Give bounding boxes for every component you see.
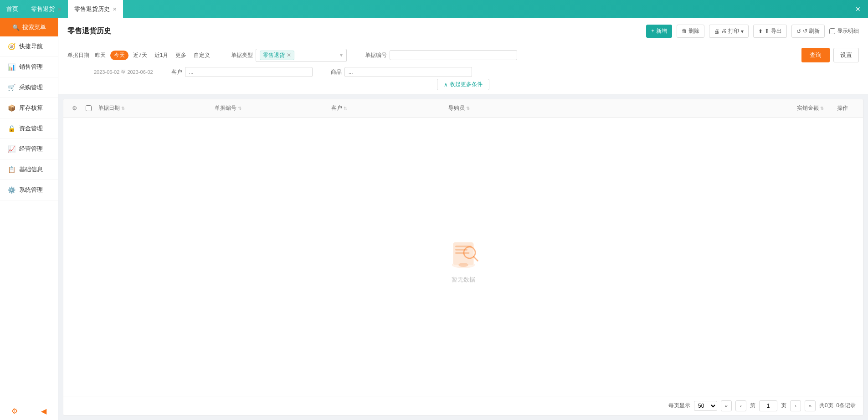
sidebar-item-purchase[interactable]: 🛒 采购管理: [0, 77, 58, 98]
print-icon: 🖨: [714, 28, 719, 35]
page-title: 零售退货历史: [67, 26, 111, 36]
date-range-display: 2023-06-02 至 2023-06-02: [67, 69, 153, 76]
toolbar: + 新增 🗑 删除 🖨 🖨 打印 ▾ ⬆ ⬆ 导出 ↺ ↺ 刷新: [646, 25, 859, 38]
collapse-button[interactable]: ∧ 收起更多条件: [437, 79, 489, 90]
date-range-text: 2023-06-02 至 2023-06-02: [94, 69, 153, 76]
tab-retail-return-history[interactable]: 零售退货历史 ✕: [68, 0, 123, 18]
th-number: 单据编号 ⇅: [212, 104, 329, 112]
refresh-icon: ↺: [796, 28, 801, 35]
empty-text: 暂无数据: [452, 276, 475, 284]
table-settings-icon[interactable]: ⚙: [68, 105, 82, 112]
finance-icon: 🔒: [7, 124, 15, 133]
sort-icon[interactable]: ⇅: [238, 106, 241, 111]
purchase-icon: 🛒: [7, 83, 15, 92]
sidebar-item-inventory[interactable]: 📦 库存核算: [0, 98, 58, 118]
tag-close-icon[interactable]: ✕: [287, 52, 291, 58]
sidebar-item-finance[interactable]: 🔒 资金管理: [0, 118, 58, 139]
print-button[interactable]: 🖨 🖨 打印 ▾: [709, 25, 749, 38]
filter-area: 单据日期 昨天 今天 近7天 近1月 更多 自定义 单据类型: [67, 43, 859, 94]
last-page-button[interactable]: »: [805, 400, 816, 411]
sidebar-settings-button[interactable]: ⚙: [11, 407, 18, 415]
per-page-label: 每页显示: [668, 402, 690, 410]
shortcut-today[interactable]: 今天: [110, 51, 128, 60]
shortcut-custom[interactable]: 自定义: [191, 51, 213, 60]
shortcut-7days[interactable]: 近7天: [130, 51, 150, 60]
sidebar-item-system[interactable]: ⚙️ 系统管理: [0, 180, 58, 200]
sidebar: 🔍 搜索菜单 🧭 快捷导航 📊 销售管理 🛒 采购管理 📦 库存核算 🔒: [0, 18, 58, 420]
settings-button[interactable]: 设置: [833, 48, 859, 62]
th-operation: 操作: [827, 104, 858, 112]
query-button[interactable]: 查询: [801, 48, 830, 62]
sidebar-collapse-button[interactable]: ◀: [41, 407, 46, 415]
th-number-label: 单据编号: [215, 104, 236, 112]
tab-home[interactable]: 首页: [0, 5, 25, 13]
export-icon: ⬆: [758, 28, 763, 35]
show-detail-checkbox-label[interactable]: 显示明细: [829, 27, 859, 35]
new-button[interactable]: + 新增: [646, 25, 672, 38]
svg-rect-4: [455, 252, 470, 254]
filter-row-2: 2023-06-02 至 2023-06-02 客户 商品: [67, 67, 859, 77]
sidebar-search[interactable]: 🔍 搜索菜单: [0, 18, 58, 36]
per-page-select[interactable]: 50 20 100: [694, 401, 717, 411]
quick-nav-icon: 🧭: [7, 42, 15, 51]
voucher-type-select[interactable]: 零售退货 ✕ ▾: [256, 49, 347, 62]
table-select-all-checkbox[interactable]: [82, 105, 95, 111]
customer-filter: 客户: [171, 67, 313, 77]
top-bar: 首页 零售退货 ✕ 零售退货历史 ✕ ✕: [0, 0, 868, 18]
tab-label: 零售退货: [31, 5, 55, 13]
sort-icon[interactable]: ⇅: [344, 106, 347, 111]
page-number-input[interactable]: [759, 400, 777, 411]
refresh-button[interactable]: ↺ ↺ 刷新: [791, 25, 825, 38]
th-guide-label: 导购员: [448, 104, 465, 112]
show-detail-checkbox[interactable]: [829, 28, 835, 34]
th-date-label: 单据日期: [98, 104, 120, 112]
next-page-button[interactable]: ›: [790, 400, 801, 411]
export-button[interactable]: ⬆ ⬆ 导出: [753, 25, 786, 38]
basic-info-icon: 📋: [7, 165, 15, 174]
date-filter: 单据日期 昨天 今天 近7天 近1月 更多 自定义: [67, 51, 213, 60]
shortcut-1month[interactable]: 近1月: [152, 51, 171, 60]
tab-label: 零售退货历史: [74, 5, 110, 13]
goods-input[interactable]: [344, 67, 472, 77]
first-page-button[interactable]: «: [721, 400, 732, 411]
close-icon[interactable]: ✕: [113, 6, 117, 12]
prev-page-button[interactable]: ‹: [735, 400, 746, 411]
delete-button[interactable]: 🗑 删除: [677, 25, 704, 38]
pagination-footer: 每页显示 50 20 100 « ‹ 第 页 › » 共0页, 0条记录: [63, 396, 863, 415]
th-amount: 实销金额 ⇅: [790, 104, 827, 112]
close-icon[interactable]: ✕: [57, 6, 62, 12]
customer-input[interactable]: [185, 67, 313, 77]
svg-point-7: [458, 263, 468, 267]
voucher-number-input[interactable]: [390, 50, 517, 60]
sidebar-item-label: 系统管理: [19, 186, 43, 194]
collapse-bar: ∧ 收起更多条件: [67, 77, 859, 94]
operations-icon: 📈: [7, 145, 15, 153]
inventory-icon: 📦: [7, 104, 15, 112]
shortcut-more[interactable]: 更多: [173, 51, 189, 60]
sidebar-item-basic-info[interactable]: 📋 基础信息: [0, 159, 58, 180]
sidebar-bottom: ⚙ ◀: [0, 402, 58, 420]
sidebar-item-sales[interactable]: 📊 销售管理: [0, 57, 58, 77]
show-detail-label: 显示明细: [837, 27, 859, 35]
sidebar-item-quick-nav[interactable]: 🧭 快捷导航: [0, 36, 58, 57]
customer-label: 客户: [171, 68, 182, 76]
content-header: 零售退货历史 + 新增 🗑 删除 🖨 🖨 打印 ▾ ⬆ ⬆ 导出 ↺: [58, 18, 868, 94]
date-shortcuts: 昨天 今天 近7天 近1月 更多 自定义: [92, 51, 213, 60]
goods-label: 商品: [331, 68, 342, 76]
th-customer: 客户 ⇅: [329, 104, 445, 112]
sort-icon[interactable]: ⇅: [121, 106, 125, 111]
window-close-button[interactable]: ✕: [855, 5, 868, 13]
sort-icon[interactable]: ⇅: [820, 106, 824, 111]
title-row: 零售退货历史 + 新增 🗑 删除 🖨 🖨 打印 ▾ ⬆ ⬆ 导出 ↺: [67, 25, 859, 38]
sidebar-item-operations[interactable]: 📈 经营管理: [0, 139, 58, 159]
th-guide: 导购员 ⇅: [446, 104, 562, 112]
sort-icon[interactable]: ⇅: [466, 106, 470, 111]
th-op-label: 操作: [837, 104, 848, 112]
tab-retail-return[interactable]: 零售退货 ✕: [25, 0, 68, 18]
tab-bar: 首页 零售退货 ✕ 零售退货历史 ✕: [0, 0, 855, 18]
shortcut-yesterday[interactable]: 昨天: [92, 51, 108, 60]
select-all-checkbox[interactable]: [86, 105, 92, 111]
sidebar-item-label: 经营管理: [19, 145, 43, 153]
main-layout: 🔍 搜索菜单 🧭 快捷导航 📊 销售管理 🛒 采购管理 📦 库存核算 🔒: [0, 18, 868, 420]
chevron-down-icon: ▾: [741, 28, 744, 35]
